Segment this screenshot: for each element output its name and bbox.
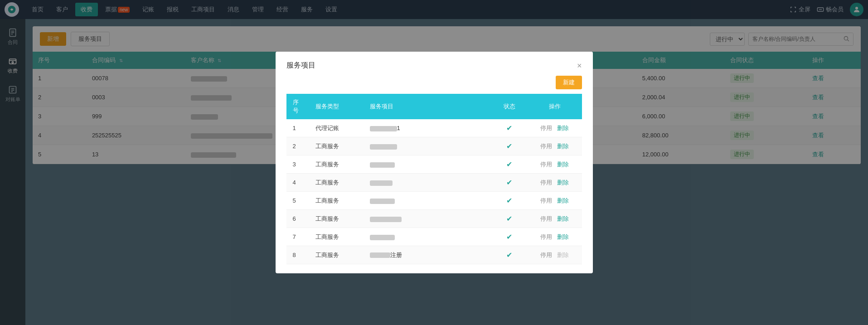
modal-cell-action: 停用 删除: [528, 137, 582, 155]
modal-table-header: 序号 服务类型 服务项目 状态 操作: [286, 94, 582, 119]
modal-cell-status: ✔: [491, 155, 528, 174]
status-check-icon: ✔: [506, 124, 512, 132]
main-layout: 合同 收费 对账单 新增 服务项目 进行中: [0, 19, 868, 325]
status-check-icon: ✔: [506, 251, 512, 259]
stop-button[interactable]: 停用: [540, 215, 552, 222]
modal-table-row: 2 工商服务 ✔ 停用 删除: [286, 137, 582, 155]
modal-cell-status: ✔: [491, 119, 528, 137]
modal-col-status: 状态: [491, 94, 528, 119]
modal-col-action: 操作: [528, 94, 582, 119]
modal-cell-index: 2: [286, 137, 309, 155]
modal-table-row: 3 工商服务 ✔ 停用 删除: [286, 155, 582, 174]
modal-cell-action: 停用 删除: [528, 246, 582, 264]
delete-button[interactable]: 删除: [557, 252, 569, 258]
modal-cell-item: [364, 155, 491, 174]
modal-cell-index: 8: [286, 246, 309, 264]
modal-table-row: 6 工商服务 ✔ 停用 删除: [286, 210, 582, 228]
status-check-icon: ✔: [506, 160, 512, 168]
stop-button[interactable]: 停用: [540, 161, 552, 168]
modal-cell-type: 工商服务: [309, 210, 364, 228]
delete-button[interactable]: 删除: [557, 233, 569, 240]
status-check-icon: ✔: [506, 179, 512, 186]
modal-cell-status: ✔: [491, 174, 528, 192]
modal-cell-item: [364, 210, 491, 228]
modal-table-row: 7 工商服务 ✔ 停用 删除: [286, 228, 582, 246]
modal-cell-item: [364, 228, 491, 246]
delete-button[interactable]: 删除: [557, 143, 569, 150]
modal-table-row: 5 工商服务 ✔ 停用 删除: [286, 192, 582, 210]
stop-button[interactable]: 停用: [540, 125, 552, 131]
modal-new-button[interactable]: 新建: [556, 76, 582, 89]
modal-title: 服务项目: [286, 61, 315, 70]
delete-button[interactable]: 删除: [557, 197, 569, 204]
modal-header: 服务项目 ×: [276, 52, 593, 76]
modal-cell-status: ✔: [491, 246, 528, 264]
modal-cell-index: 1: [286, 119, 309, 137]
delete-button[interactable]: 删除: [557, 215, 569, 222]
service-items-table: 序号 服务类型 服务项目 状态 操作 1 代理记账 1: [286, 94, 582, 264]
modal-cell-type: 代理记账: [309, 119, 364, 137]
content-area: 新增 服务项目 进行中: [25, 19, 868, 325]
stop-button[interactable]: 停用: [540, 252, 552, 258]
modal-cell-index: 5: [286, 192, 309, 210]
modal-cell-action: 停用 删除: [528, 174, 582, 192]
modal-overlay[interactable]: 服务项目 × 新建 序号 服务类型 服务项目 状态: [25, 19, 868, 325]
modal-toolbar: 新建: [286, 76, 582, 94]
modal-table-row: 8 工商服务 注册 ✔ 停用 删除: [286, 246, 582, 264]
delete-button[interactable]: 删除: [557, 161, 569, 168]
modal-cell-index: 4: [286, 174, 309, 192]
modal-cell-type: 工商服务: [309, 246, 364, 264]
modal-cell-action: 停用 删除: [528, 155, 582, 174]
modal-cell-item: 注册: [364, 246, 491, 264]
modal-cell-index: 3: [286, 155, 309, 174]
modal-cell-type: 工商服务: [309, 137, 364, 155]
service-items-modal: 服务项目 × 新建 序号 服务类型 服务项目 状态: [276, 52, 593, 273]
modal-close-button[interactable]: ×: [577, 62, 582, 70]
modal-col-type: 服务类型: [309, 94, 364, 119]
status-check-icon: ✔: [506, 197, 512, 204]
stop-button[interactable]: 停用: [540, 197, 552, 204]
modal-cell-action: 停用 删除: [528, 119, 582, 137]
modal-cell-action: 停用 删除: [528, 228, 582, 246]
modal-cell-type: 工商服务: [309, 174, 364, 192]
modal-cell-action: 停用 删除: [528, 192, 582, 210]
modal-cell-status: ✔: [491, 210, 528, 228]
modal-col-index: 序号: [286, 94, 309, 119]
modal-cell-item: 1: [364, 119, 491, 137]
modal-body: 新建 序号 服务类型 服务项目 状态 操作: [276, 76, 593, 273]
modal-cell-status: ✔: [491, 228, 528, 246]
modal-cell-status: ✔: [491, 137, 528, 155]
status-check-icon: ✔: [506, 233, 512, 241]
modal-cell-action: 停用 删除: [528, 210, 582, 228]
modal-cell-type: 工商服务: [309, 228, 364, 246]
stop-button[interactable]: 停用: [540, 233, 552, 240]
modal-cell-index: 7: [286, 228, 309, 246]
modal-cell-item: [364, 192, 491, 210]
delete-button[interactable]: 删除: [557, 125, 569, 131]
modal-cell-status: ✔: [491, 192, 528, 210]
stop-button[interactable]: 停用: [540, 143, 552, 150]
status-check-icon: ✔: [506, 142, 512, 150]
modal-table-row: 4 工商服务 ✔ 停用 删除: [286, 174, 582, 192]
modal-table-row: 1 代理记账 1 ✔ 停用 删除: [286, 119, 582, 137]
modal-cell-index: 6: [286, 210, 309, 228]
modal-cell-type: 工商服务: [309, 192, 364, 210]
modal-cell-item: [364, 137, 491, 155]
modal-col-item: 服务项目: [364, 94, 491, 119]
status-check-icon: ✔: [506, 215, 512, 223]
delete-button[interactable]: 删除: [557, 179, 569, 186]
stop-button[interactable]: 停用: [540, 179, 552, 186]
modal-cell-item: [364, 174, 491, 192]
modal-cell-type: 工商服务: [309, 155, 364, 174]
